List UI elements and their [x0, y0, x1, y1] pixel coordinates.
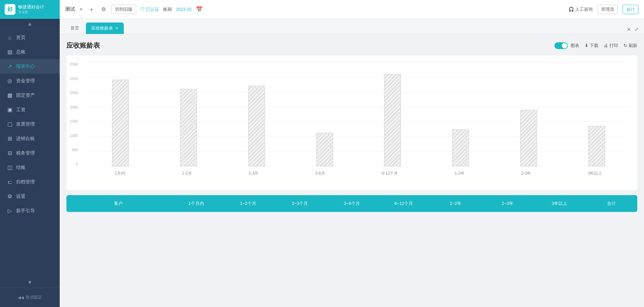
- chart-bars: [87, 62, 631, 166]
- calendar-icon[interactable]: 📅: [196, 6, 203, 12]
- tab-aging[interactable]: 应收账龄表 ✕: [86, 23, 124, 34]
- col-2-3year: 2~3年: [482, 195, 534, 212]
- chart-x-axis: 1月内 1-2月 2-3月 3-6月 6-12个月 1-2年 2-3年 3年以上: [87, 171, 631, 176]
- add-button[interactable]: ＋: [87, 4, 96, 15]
- role-button[interactable]: 会计: [623, 5, 639, 14]
- toggle-thumb: [562, 43, 567, 48]
- col-total: 合计: [585, 195, 637, 212]
- bar-2-3year: [519, 110, 539, 166]
- invoice-icon: ▢: [7, 121, 13, 127]
- tab-label: 应收账龄表: [91, 25, 113, 31]
- y-label-1500: 1500: [70, 119, 78, 123]
- sidebar-item-label: 资金管理: [16, 78, 35, 84]
- sidebar-item-general-ledger[interactable]: ▤ 总账: [0, 45, 60, 59]
- sidebar-item-label: 新手引导: [16, 208, 35, 214]
- table-header: 客户 1个月内 1~2个月 2~3个月 3~6个月 6~12个月 1~2年 2~…: [66, 195, 637, 212]
- sidebar-item-fixed-assets[interactable]: ▦ 固定资产: [0, 88, 60, 102]
- print-label: 打印: [609, 43, 618, 49]
- x-label-1-2year: 1-2年: [455, 171, 465, 176]
- company-dropdown-icon[interactable]: ▼: [79, 7, 83, 12]
- sidebar-item-tax-management[interactable]: ⊟ 税务管理: [0, 146, 60, 160]
- sidebar-item-invoice-management[interactable]: ▢ 发票管理: [0, 117, 60, 131]
- x-label-1-2month: 1-2月: [182, 171, 192, 176]
- bar-3plus-year: [587, 126, 607, 166]
- tax-icon: ⊟: [7, 150, 13, 156]
- close-window-button[interactable]: ✕: [627, 26, 631, 33]
- col-2-3month: 2~3个月: [274, 195, 326, 212]
- x-label-2-3month: 2-3月: [249, 171, 258, 176]
- sidebar-item-label: 总账: [16, 49, 25, 55]
- sidebar-item-report-center[interactable]: ↗ 报表中心: [0, 59, 60, 74]
- sidebar-item-archive[interactable]: ⊏ 归档管理: [0, 175, 60, 189]
- y-label-500: 500: [72, 148, 78, 152]
- sidebar-item-tutorial[interactable]: ▷ 新手引导: [0, 204, 60, 218]
- logo-icon: 好: [5, 4, 15, 15]
- chart-container: 2500 2500 2500 2000 1500 1000 500 0: [66, 55, 637, 190]
- table-container: 客户 1个月内 1~2个月 2~3个月 3~6个月 6~12个月 1~2年 2~…: [66, 195, 637, 212]
- tab-close-icon[interactable]: ✕: [115, 26, 118, 31]
- bar-2-3month: [247, 86, 267, 166]
- download-label: 下载: [590, 43, 598, 49]
- sidebar-item-label: 税务管理: [16, 150, 35, 156]
- print-button[interactable]: 🖨 打印: [604, 43, 618, 49]
- col-1-2month: 1~2个月: [222, 195, 274, 212]
- sidebar-item-settings[interactable]: ⚙ 设置: [0, 189, 60, 204]
- page-title: 应收账龄表: [66, 41, 100, 50]
- bar-3-6month-rect: [316, 133, 333, 166]
- payroll-icon: ▣: [7, 106, 13, 113]
- refresh-button[interactable]: ↻ 刷新: [624, 43, 637, 49]
- sidebar-item-home[interactable]: ⌂ 首页: [0, 31, 60, 45]
- toggle-track[interactable]: [554, 42, 568, 49]
- download-icon: ⬇: [585, 43, 588, 48]
- logo-text-block: 畅捷通好会计 专业版: [18, 4, 44, 15]
- chart-area: 2500 2500 2500 2000 1500 1000 500 0: [87, 62, 631, 176]
- topbar-right: 🎧 人工咨询 管理员 会计: [569, 5, 639, 14]
- chart-toggle[interactable]: 图表: [554, 42, 579, 49]
- sidebar-item-label: 设置: [16, 193, 25, 200]
- sidebar-item-payroll[interactable]: ▣ 工资: [0, 102, 60, 117]
- x-label-3plus-year: 3年以上: [588, 171, 602, 176]
- download-button[interactable]: ⬇ 下载: [585, 43, 598, 49]
- old-version-button[interactable]: 切到旧版: [111, 5, 136, 14]
- headset-icon: 🎧: [569, 7, 574, 12]
- sidebar-item-purchase-sales[interactable]: ⊞ 进销台账: [0, 131, 60, 146]
- refresh-label: 刷新: [629, 43, 637, 49]
- maximize-button[interactable]: ⤢: [634, 26, 639, 33]
- bar-1month-rect: [112, 80, 129, 166]
- settings-icon: ⚙: [7, 193, 13, 200]
- home-icon: ⌂: [7, 35, 13, 41]
- bar-1-2month-rect: [180, 89, 197, 166]
- x-label-6-12month: 6-12个月: [382, 171, 398, 176]
- app-edition: 专业版: [18, 10, 44, 14]
- y-label-2500-top: 2500: [70, 62, 78, 66]
- sidebar-item-label: 固定资产: [16, 92, 35, 98]
- sidebar-bottom: ◀◀ 取消固定: [0, 288, 60, 307]
- sidebar-scroll-up[interactable]: ▲: [0, 19, 60, 29]
- bar-6-12month-rect: [384, 74, 401, 166]
- tutorial-icon: ▷: [7, 208, 13, 214]
- col-customer: 客户: [66, 195, 170, 212]
- bar-1month: [110, 80, 130, 166]
- pin-icon: ◀◀: [18, 295, 24, 300]
- user-button[interactable]: 管理员: [597, 5, 618, 14]
- sidebar-item-settlement[interactable]: ◫ 结账: [0, 160, 60, 175]
- chart-y-axis: 2500 2500 2500 2000 1500 1000 500 0: [70, 62, 78, 166]
- settlement-icon: ◫: [7, 164, 13, 171]
- tab-home[interactable]: 首页: [65, 23, 85, 34]
- sidebar-item-fund-management[interactable]: ◎ 资金管理: [0, 74, 60, 88]
- period-label: 账期: [163, 6, 172, 12]
- help-button[interactable]: 🎧 人工咨询: [569, 6, 593, 12]
- x-label-1month: 1月内: [115, 171, 125, 176]
- certified-label: 已认证: [146, 6, 159, 12]
- cancel-fixed-button[interactable]: ◀◀ 取消固定: [0, 291, 60, 304]
- y-label-2000: 2000: [70, 105, 78, 109]
- bar-1-2year-rect: [452, 129, 469, 166]
- page-header: 应收账龄表 图表 ⬇ 下载 🖨 打印 ↻ 刷新: [66, 41, 637, 50]
- app-logo: 好 畅捷通好会计 专业版: [0, 0, 60, 19]
- settings-button[interactable]: ⚙: [100, 5, 107, 14]
- assets-icon: ▦: [7, 92, 13, 98]
- toggle-label: 图表: [571, 43, 579, 49]
- sidebar-item-label: 结账: [16, 165, 25, 171]
- col-1-2year: 1~2年: [430, 195, 482, 212]
- sidebar-scroll-down[interactable]: ▼: [0, 277, 60, 288]
